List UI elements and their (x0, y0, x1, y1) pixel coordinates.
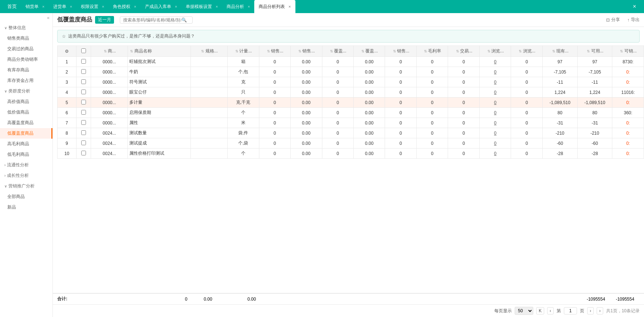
nav-item-role[interactable]: 角色授权 × (109, 0, 141, 13)
sidebar-item-category-rate[interactable]: 商品分类动销率 (0, 54, 52, 65)
nav-close-warehouse[interactable]: × (175, 4, 177, 9)
window-close-button[interactable]: × (628, 0, 641, 13)
cover1-column-header[interactable]: ⇅ 覆盖... (322, 46, 353, 57)
row-checkbox[interactable] (81, 120, 86, 125)
search-box[interactable]: 🔍 (120, 16, 193, 24)
sidebar-item-stock-funds[interactable]: 库存资金占用 (0, 75, 52, 86)
nav-close-analysis[interactable]: × (248, 4, 250, 9)
sidebar-section-cluster[interactable]: ∨ 类群度分析 (0, 86, 52, 96)
gross-column-header[interactable]: ⇅ 毛利率 (416, 46, 448, 57)
available-column-header[interactable]: ⇅ 可用... (577, 46, 612, 57)
sidebar-section-marketing[interactable]: ∨ 营销推广分析 (0, 181, 52, 191)
row-view1[interactable]: 0 (479, 87, 511, 98)
nav-close-permission[interactable]: × (102, 4, 104, 9)
search-input[interactable] (123, 17, 181, 23)
row-view1[interactable]: 0 (479, 67, 511, 77)
row-checkbox-cell[interactable] (76, 118, 91, 128)
row-checkbox[interactable] (81, 79, 86, 84)
sales-amt-column-header[interactable]: ⇅ 销售... (291, 46, 322, 57)
row-view1[interactable]: 0 (479, 128, 511, 138)
table-row: 5 0000... 多计量 克,千克 0 0.00 0 0.00 0 0 0 0… (58, 98, 644, 108)
page-input[interactable] (564, 307, 577, 314)
page-size-select[interactable]: 50 20 100 (515, 307, 533, 315)
row-view1[interactable]: 0 (479, 108, 511, 118)
row-current: -60 (542, 138, 577, 148)
row-checkbox-cell[interactable] (76, 128, 91, 138)
row-checkbox[interactable] (81, 69, 86, 74)
row-view1[interactable]: 0 (479, 138, 511, 148)
next-page-button[interactable]: › (587, 307, 594, 314)
search-icon[interactable]: 🔍 (181, 17, 187, 23)
row-view1[interactable]: 0 (479, 57, 511, 67)
nav-item-warehouse[interactable]: 产成品入库单 × (141, 0, 181, 13)
row-checkbox-cell[interactable] (76, 87, 91, 98)
row-view1[interactable]: 0 (479, 77, 511, 87)
row-checkbox-cell[interactable] (76, 148, 91, 159)
sidebar-collapse-button[interactable]: « (0, 13, 52, 23)
nav-close-analysis-list[interactable]: × (288, 4, 291, 9)
row-checkbox[interactable] (81, 59, 86, 64)
row-view1[interactable]: 0 (479, 118, 511, 128)
row-checkbox-cell[interactable] (76, 138, 91, 148)
saleable-column-header[interactable]: ⇅ 可销... (612, 46, 644, 57)
row-checkbox[interactable] (81, 100, 86, 104)
sidebar-item-sales-goods[interactable]: 销售类商品 (0, 33, 52, 44)
row-checkbox[interactable] (81, 140, 86, 145)
nav-item-analysis[interactable]: 商品分析 × (222, 0, 254, 13)
row-checkbox-cell[interactable] (76, 77, 91, 87)
current-column-header[interactable]: ⇅ 现有... (542, 46, 577, 57)
select-all-checkbox[interactable] (81, 48, 86, 53)
row-checkbox[interactable] (81, 130, 86, 135)
nav-close-template[interactable]: × (216, 4, 218, 9)
sidebar-item-low-margin[interactable]: 低毛利商品 (0, 149, 52, 160)
row-checkbox-cell[interactable] (76, 57, 91, 67)
nav-item-purchase[interactable]: 进货单 × (49, 0, 76, 13)
code-column-header[interactable]: ⇅ 商... (91, 46, 128, 57)
last-page-button[interactable]: › (597, 307, 603, 314)
row-checkbox-cell[interactable] (76, 67, 91, 77)
share-button[interactable]: ⊡ 分享 (606, 17, 620, 23)
nav-item-permission[interactable]: 权限设置 × (76, 0, 109, 13)
time-filter-button[interactable]: 近一月 (95, 16, 114, 24)
spec-column-header[interactable]: ⇅ 规格... (191, 46, 228, 57)
sidebar-item-high-margin[interactable]: 高毛利商品 (0, 139, 52, 149)
sidebar-section-liquidity[interactable]: › 流通性分析 (0, 160, 52, 170)
row-checkbox[interactable] (81, 151, 86, 155)
sidebar-item-high-value[interactable]: 高价值商品 (0, 96, 52, 107)
row-view1[interactable]: 0 (479, 98, 511, 108)
row-cover1: 0 (322, 128, 353, 138)
sidebar-section-overview[interactable]: ∨ 整体信息 (0, 23, 52, 33)
nav-item-home[interactable]: 首页 (3, 0, 21, 13)
row-checkbox[interactable] (81, 90, 86, 94)
row-checkbox[interactable] (81, 110, 86, 115)
view1-column-header[interactable]: ⇅ 浏览... (479, 46, 511, 57)
row-checkbox-cell[interactable] (76, 98, 91, 108)
nav-item-template[interactable]: 单据模板设置 × (181, 0, 222, 13)
sidebar-item-new-goods[interactable]: 新品 (0, 202, 52, 213)
cover2-column-header[interactable]: ⇅ 覆盖... (353, 46, 385, 57)
sidebar-item-high-coverage[interactable]: 高覆盖度商品 (0, 118, 52, 128)
nav-close-purchase[interactable]: × (70, 4, 72, 9)
export-button[interactable]: ↑ 导出 (627, 17, 640, 23)
unit-column-header[interactable]: ⇅ 计量... (228, 46, 259, 57)
sidebar-item-low-value[interactable]: 低价值商品 (0, 107, 52, 118)
sidebar-item-all-goods[interactable]: 全部商品 (0, 191, 52, 202)
view2-column-header[interactable]: ⇅ 浏览... (511, 46, 542, 57)
nav-item-analysis-list[interactable]: 商品分析列表 × (254, 0, 295, 13)
nav-item-sales[interactable]: 销货单 × (21, 0, 49, 13)
sales-qty-column-header[interactable]: ⇅ 销售... (259, 46, 290, 57)
settings-column-header[interactable]: ⚙ (58, 46, 76, 57)
trade-column-header[interactable]: ⇅ 交易... (448, 46, 479, 57)
sidebar-item-in-stock[interactable]: 有库存商品 (0, 65, 52, 75)
nav-close-sales[interactable]: × (42, 4, 44, 9)
sidebar-item-traded-goods[interactable]: 交易过的商品 (0, 44, 52, 54)
first-page-button[interactable]: K (536, 307, 544, 314)
sidebar-section-growth[interactable]: › 成长性分析 (0, 170, 52, 181)
sales3-column-header[interactable]: ⇅ 销售... (385, 46, 416, 57)
prev-page-button[interactable]: ‹ (547, 307, 554, 314)
row-view1[interactable]: 0 (479, 148, 511, 159)
row-checkbox-cell[interactable] (76, 108, 91, 118)
nav-close-role[interactable]: × (134, 4, 136, 9)
sidebar-item-low-coverage[interactable]: 低覆盖度商品 (0, 128, 52, 139)
name-column-header[interactable]: ⇅ 商品名称 (128, 46, 191, 57)
